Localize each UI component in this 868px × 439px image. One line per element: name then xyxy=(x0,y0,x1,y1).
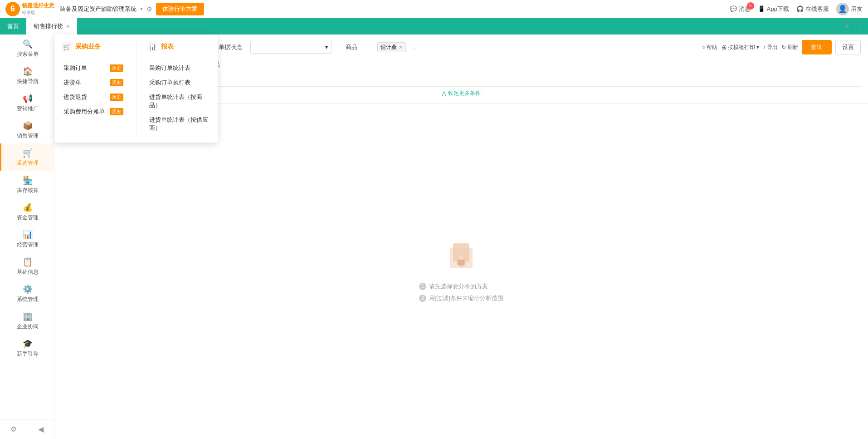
user-area[interactable]: 👤 用友 xyxy=(836,3,863,15)
tab-home[interactable]: 首页 xyxy=(0,18,26,35)
home-icon: 🏠 xyxy=(23,66,33,76)
popup-item-purchase-order-stat[interactable]: 采购订单统计表 xyxy=(147,61,211,75)
popup-item-purchase-order-exec[interactable]: 采购订单执行表 xyxy=(147,75,211,90)
tip-num-1: 1 xyxy=(419,283,426,290)
sidebar-item-basic-info[interactable]: 📋 基础信息 xyxy=(0,252,54,280)
popup-item-purchase-return[interactable]: 进货退货 历史 xyxy=(62,90,125,104)
refresh-btn[interactable]: ↻ 刷新 xyxy=(781,44,798,51)
system-icon: ⚙️ xyxy=(23,284,33,294)
popup-item-purchase-goods[interactable]: 进货单 历史 xyxy=(62,75,125,90)
chevron-down-icon: ▾ xyxy=(325,44,328,50)
svg-point-4 xyxy=(459,256,463,260)
sidebar-item-quick-nav[interactable]: 🏠 快捷导航 xyxy=(0,62,54,89)
tab-bar: 首页 销售排行榜 ✕ ✕ ⛶ xyxy=(0,18,868,35)
export-icon: ↑ xyxy=(763,44,766,50)
popup-report-col: 📊 报表 采购订单统计表 采购订单执行表 进货单统计表（按商品） 进货单统计表（… xyxy=(147,42,211,135)
inventory-icon: 🏪 xyxy=(23,175,33,185)
industry-btn[interactable]: 体验行业方案 xyxy=(156,3,204,15)
set-btn[interactable]: 设置 xyxy=(835,40,861,54)
top-header: 6 畅捷通好生意 标准版 装备及固定资产辅助管理系统 ▾ ⚙ 体验行业方案 💬 … xyxy=(0,0,868,18)
dropdown-popup: 🛒 采购业务 采购订单 历史 进货单 历史 进货退货 历史 采购费用分摊单 历史… xyxy=(54,35,218,143)
logo-area: 6 畅捷通好生意 标准版 xyxy=(5,2,60,16)
sidebar-item-marketing[interactable]: 📢 营销推广 xyxy=(0,89,54,116)
help-btn[interactable]: ○ 帮助 xyxy=(702,44,717,51)
popup-purchase-title: 🛒 采购业务 xyxy=(62,42,125,55)
sidebar-item-purchase[interactable]: 🛒 采购管理 xyxy=(0,143,54,171)
message-btn[interactable]: 💬 消息 5 xyxy=(730,5,751,13)
window-controls: ✕ ⛶ xyxy=(844,23,868,30)
sidebar-item-guide[interactable]: 🎓 新手引导 xyxy=(0,334,54,361)
search-icon: 🔍 xyxy=(23,39,33,49)
system-title-area: 装备及固定资产辅助管理系统 ▾ ⚙ 体验行业方案 xyxy=(60,3,730,15)
collapse-up-icon: ⋀ xyxy=(442,90,446,97)
guide-icon: 🎓 xyxy=(23,339,33,349)
print-arrow-icon: ▾ xyxy=(756,44,759,50)
tip-item-1: 1 请先选择要分析的方案 xyxy=(419,281,503,292)
sidebar-item-sales[interactable]: 📦 销售管理 xyxy=(0,116,54,143)
popup-item-purchase-order[interactable]: 采购订单 历史 xyxy=(62,61,125,75)
sidebar-settings-btn[interactable]: ⚙ xyxy=(7,423,20,435)
tab-sales-rank[interactable]: 销售排行榜 ✕ xyxy=(26,18,77,35)
phone-icon: 📱 xyxy=(758,5,765,12)
finance-icon: 💰 xyxy=(23,202,33,212)
tip-item-2: 2 用[过滤]条件来缩小分析范围 xyxy=(419,292,503,304)
purchase-icon: 🛒 xyxy=(23,148,33,158)
purchase-col-icon: 🛒 xyxy=(62,42,72,52)
hist-badge-3: 历史 xyxy=(110,94,123,101)
empty-tips: 1 请先选择要分析的方案 2 用[过滤]条件来缩小分析范围 xyxy=(419,281,503,304)
hist-badge-2: 历史 xyxy=(110,79,123,86)
popup-item-goods-stat[interactable]: 进货单统计表（按商品） xyxy=(147,90,211,113)
goods-more-icon[interactable]: ... xyxy=(412,44,416,50)
print-icon: 🖨 xyxy=(721,44,727,50)
query-btn[interactable]: 查询 xyxy=(802,40,832,54)
doc-status-label: 单据状态 xyxy=(219,43,246,51)
goods-tag-close[interactable]: ✕ xyxy=(399,44,403,50)
sidebar-item-system[interactable]: ⚙️ 系统管理 xyxy=(0,280,54,307)
sidebar-item-enterprise[interactable]: 🏢 企业协同 xyxy=(0,307,54,334)
print-btn[interactable]: 🖨 按模板打印 ▾ xyxy=(721,44,759,51)
dropdown-arrow-icon[interactable]: ▾ xyxy=(140,6,143,12)
operations-icon: 📊 xyxy=(23,230,33,240)
headset-icon: 🎧 xyxy=(796,5,804,12)
popup-item-supplier-stat[interactable]: 进货单统计表（按供应商） xyxy=(147,113,211,135)
popup-purchase-col: 🛒 采购业务 采购订单 历史 进货单 历史 进货退货 历史 采购费用分摊单 历史 xyxy=(62,42,125,135)
avatar: 👤 xyxy=(836,3,849,15)
header-right: 💬 消息 5 📱 App下载 🎧 在线客服 👤 用友 xyxy=(730,3,863,15)
svg-rect-3 xyxy=(458,260,464,265)
popup-report-title: 📊 报表 xyxy=(147,42,211,55)
sidebar-item-search[interactable]: 🔍 搜索菜单 xyxy=(0,35,54,62)
basic-info-icon: 📋 xyxy=(23,257,33,267)
hist-badge-1: 历史 xyxy=(110,64,123,72)
sidebar-bottom: ⚙ ◀ xyxy=(0,419,54,439)
sidebar-item-operations[interactable]: 📊 经营管理 xyxy=(0,225,54,252)
window-close-icon[interactable]: ✕ xyxy=(844,23,850,30)
sidebar-item-inventory[interactable]: 🏪 库存核算 xyxy=(0,171,54,198)
popup-divider xyxy=(136,42,137,135)
sales-icon: 📦 xyxy=(23,121,33,131)
gear-icon[interactable]: ⚙ xyxy=(146,5,152,13)
sidebar: 🔍 搜索菜单 🏠 快捷导航 📢 营销推广 📦 销售管理 🛒 采购管理 🏪 库存核… xyxy=(0,35,54,439)
popup-item-purchase-expense[interactable]: 采购费用分摊单 历史 xyxy=(62,104,125,119)
refresh-icon: ↻ xyxy=(781,44,786,50)
system-title-text: 装备及固定资产辅助管理系统 xyxy=(60,5,137,13)
marketing-icon: 📢 xyxy=(23,94,33,104)
app-download-btn[interactable]: 📱 App下载 xyxy=(758,5,789,13)
tip-num-2: 2 xyxy=(419,295,426,302)
export-btn[interactable]: ↑ 导出 xyxy=(763,44,778,51)
sidebar-collapse-btn[interactable]: ◀ xyxy=(34,423,47,435)
online-service-btn[interactable]: 🎧 在线客服 xyxy=(796,5,829,13)
window-expand-icon[interactable]: ⛶ xyxy=(854,23,861,30)
empty-illustration xyxy=(443,239,479,275)
salesman-more-icon[interactable]: ... xyxy=(234,62,238,67)
message-badge: 5 xyxy=(747,2,754,10)
doc-status-select[interactable]: ▾ xyxy=(250,41,332,54)
salesman-area: ... xyxy=(234,62,861,67)
message-icon: 💬 xyxy=(730,5,737,12)
report-col-icon: 📊 xyxy=(147,42,157,52)
help-icon: ○ xyxy=(702,44,705,50)
logo-icon: 6 xyxy=(5,2,20,16)
toolbar-right: ○ 帮助 🖨 按模板打印 ▾ ↑ 导出 ↻ 刷新 xyxy=(702,40,861,54)
empty-state: 1 请先选择要分析的方案 2 用[过滤]条件来缩小分析范围 xyxy=(54,104,868,439)
sidebar-item-finance[interactable]: 💰 资金管理 xyxy=(0,198,54,225)
tab-close-icon[interactable]: ✕ xyxy=(66,24,70,30)
